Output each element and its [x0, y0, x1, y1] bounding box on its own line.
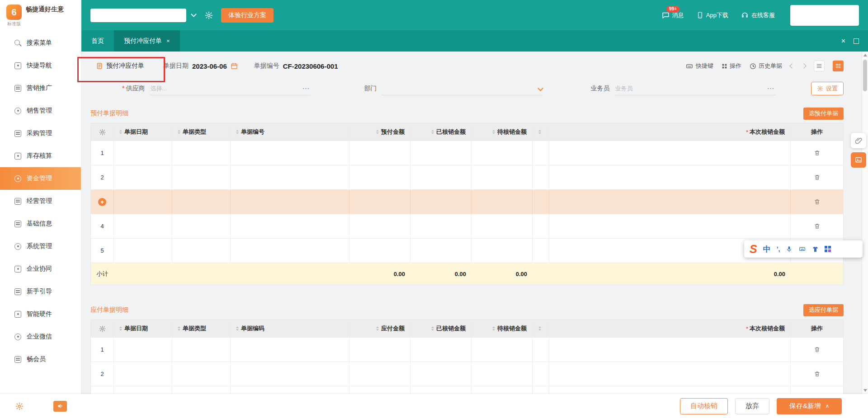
sort-icon[interactable]: [431, 130, 434, 134]
prev-doc-icon[interactable]: [789, 63, 794, 68]
auto-writeoff-button[interactable]: 自动核销: [680, 398, 728, 414]
close-all-icon[interactable]: ×: [841, 38, 845, 45]
table-cell[interactable]: [533, 386, 549, 394]
table-cell[interactable]: [410, 190, 472, 214]
next-doc-icon[interactable]: [801, 63, 806, 68]
attachment-button[interactable]: [851, 133, 866, 148]
delete-row-icon[interactable]: [814, 346, 821, 353]
delete-row-icon[interactable]: [814, 150, 821, 156]
sort-icon[interactable]: [119, 326, 122, 331]
table-cell[interactable]: [114, 362, 172, 386]
table-cell[interactable]: [549, 214, 791, 238]
col-header-pending[interactable]: 待核销金额: [472, 123, 533, 141]
table-cell[interactable]: [533, 214, 549, 238]
department-input[interactable]: [382, 85, 538, 92]
table-cell[interactable]: [549, 386, 791, 394]
table-cell[interactable]: [172, 362, 231, 386]
org-select[interactable]: [90, 9, 186, 22]
sidebar-item-inventory[interactable]: 库存核算: [0, 145, 81, 167]
table-cell[interactable]: [172, 165, 231, 189]
image-button[interactable]: [851, 152, 866, 168]
sort-icon[interactable]: [538, 326, 541, 331]
sidebar-item-member[interactable]: 畅会员: [0, 348, 81, 371]
table-row[interactable]: 1: [91, 141, 843, 165]
sidebar-item-hardware[interactable]: 智能硬件: [0, 303, 81, 325]
scrollbar-thumb[interactable]: [863, 60, 867, 91]
sort-icon[interactable]: [376, 326, 379, 331]
table-cell[interactable]: [349, 165, 410, 189]
col-header-blank[interactable]: [533, 320, 549, 337]
table-cell[interactable]: [172, 141, 231, 165]
table-cell[interactable]: [533, 338, 549, 362]
table-cell[interactable]: [231, 239, 349, 263]
table-row-partial[interactable]: [91, 386, 843, 394]
sidebar-item-quick-nav[interactable]: 快捷导航: [0, 54, 81, 77]
col-header-doc-type[interactable]: 单据类型: [172, 123, 231, 141]
table-row[interactable]: 2: [91, 362, 843, 386]
table-cell[interactable]: [349, 386, 410, 394]
fullscreen-icon[interactable]: [854, 38, 859, 44]
table-cell[interactable]: [549, 362, 791, 386]
table-cell[interactable]: [231, 386, 349, 394]
supplier-picker-icon[interactable]: ···: [302, 85, 311, 92]
sort-icon[interactable]: [538, 130, 541, 134]
col-header-doc-date[interactable]: 单据日期: [114, 123, 172, 141]
doc-type-button[interactable]: 预付冲应付单: [90, 62, 144, 70]
detail-view-button[interactable]: [833, 61, 844, 71]
table-row[interactable]: 4: [91, 214, 843, 239]
table-cell[interactable]: [114, 165, 172, 189]
table-cell[interactable]: [349, 141, 410, 165]
sort-icon[interactable]: [376, 130, 379, 134]
sidebar-item-business[interactable]: 经营管理: [0, 190, 81, 212]
sidebar-item-collaboration[interactable]: 企业协同: [0, 258, 81, 280]
table-cell[interactable]: [410, 214, 472, 238]
col-header-doc-code[interactable]: 单据编码: [231, 320, 349, 337]
doc-no-field[interactable]: 单据编号 CF-20230606-001: [254, 62, 338, 70]
table-cell[interactable]: [549, 165, 791, 189]
table-cell[interactable]: [549, 190, 791, 214]
punctuation-icon[interactable]: ’,: [777, 245, 780, 253]
ime-toolbar[interactable]: S 中 ’,: [744, 240, 863, 258]
keyboard-icon[interactable]: [798, 246, 806, 252]
table-cell[interactable]: [472, 214, 533, 238]
column-settings-button[interactable]: [91, 320, 114, 337]
table-cell[interactable]: [533, 362, 549, 386]
table-cell[interactable]: [472, 386, 533, 394]
chevron-down-icon[interactable]: [191, 11, 197, 17]
app-download-button[interactable]: App下载: [697, 11, 728, 19]
table-cell[interactable]: [472, 190, 533, 214]
table-cell[interactable]: [172, 338, 231, 362]
table-cell[interactable]: [533, 190, 549, 214]
messages-button[interactable]: 99+ 消息: [662, 11, 684, 19]
col-header-current-writeoff[interactable]: *本次核销金额: [549, 320, 791, 337]
table-cell[interactable]: [410, 239, 472, 263]
table-row[interactable]: 5: [91, 239, 843, 263]
sidebar-item-system[interactable]: 系统管理: [0, 235, 81, 258]
salesman-input[interactable]: [615, 85, 766, 92]
scroll-down-icon[interactable]: [863, 389, 867, 392]
table-cell[interactable]: [410, 141, 472, 165]
sidebar-item-funds[interactable]: 资金管理: [0, 167, 81, 190]
sidebar-item-purchase[interactable]: 采购管理: [0, 122, 81, 145]
table-cell[interactable]: [114, 214, 172, 238]
table-cell[interactable]: [472, 165, 533, 189]
col-header-blank[interactable]: [533, 123, 549, 141]
shortcut-keys-button[interactable]: 快捷键: [685, 62, 713, 70]
table-cell[interactable]: [231, 141, 349, 165]
chevron-down-icon[interactable]: [538, 85, 544, 91]
sort-icon[interactable]: [236, 326, 239, 331]
table-cell[interactable]: [472, 338, 533, 362]
col-header-doc-date[interactable]: 单据日期: [114, 320, 172, 337]
table-cell[interactable]: [172, 214, 231, 238]
online-service-button[interactable]: 在线客服: [741, 11, 775, 19]
sidebar-item-search-menu[interactable]: 搜索菜单: [0, 32, 81, 54]
table-cell[interactable]: [114, 239, 172, 263]
table-cell[interactable]: [349, 190, 410, 214]
table-cell[interactable]: [410, 386, 472, 394]
table-row[interactable]: 1: [91, 338, 843, 362]
sidebar-item-marketing[interactable]: 营销推广: [0, 77, 81, 99]
sort-icon[interactable]: [236, 130, 239, 134]
tab-home[interactable]: 首页: [81, 30, 114, 52]
column-settings-button[interactable]: [91, 123, 114, 141]
toolbox-icon[interactable]: [825, 246, 831, 252]
